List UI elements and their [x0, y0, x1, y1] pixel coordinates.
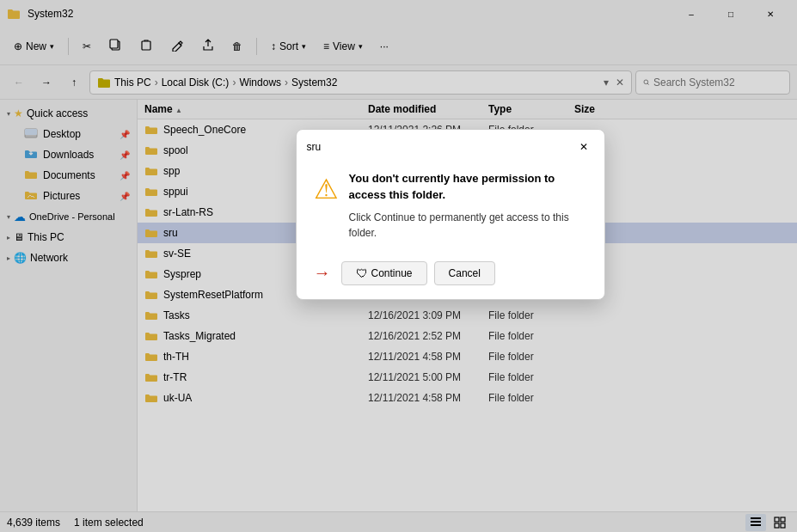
dialog-body-text: Click Continue to permanently get access…	[349, 210, 587, 241]
dialog-body: ⚠ You don't currently have permission to…	[297, 164, 604, 254]
permission-dialog: sru ✕ ⚠ You don't currently have permiss…	[296, 129, 605, 299]
arrow-right-icon: →	[314, 263, 331, 283]
dialog-heading: You don't currently have permission to a…	[349, 171, 587, 202]
dialog-footer: → 🛡 Continue Cancel	[297, 254, 604, 299]
dialog-content: ⚠ You don't currently have permission to…	[314, 171, 587, 240]
dialog-title-bar: sru ✕	[297, 130, 604, 164]
continue-button[interactable]: 🛡 Continue	[341, 261, 427, 285]
dialog-close-button[interactable]: ✕	[573, 137, 594, 157]
shield-icon: 🛡	[356, 266, 368, 280]
warning-icon: ⚠	[314, 173, 339, 205]
cancel-button[interactable]: Cancel	[434, 261, 495, 285]
dialog-message: You don't currently have permission to a…	[349, 171, 587, 240]
dialog-overlay: sru ✕ ⚠ You don't currently have permiss…	[0, 0, 797, 532]
dialog-title: sru	[307, 141, 573, 153]
